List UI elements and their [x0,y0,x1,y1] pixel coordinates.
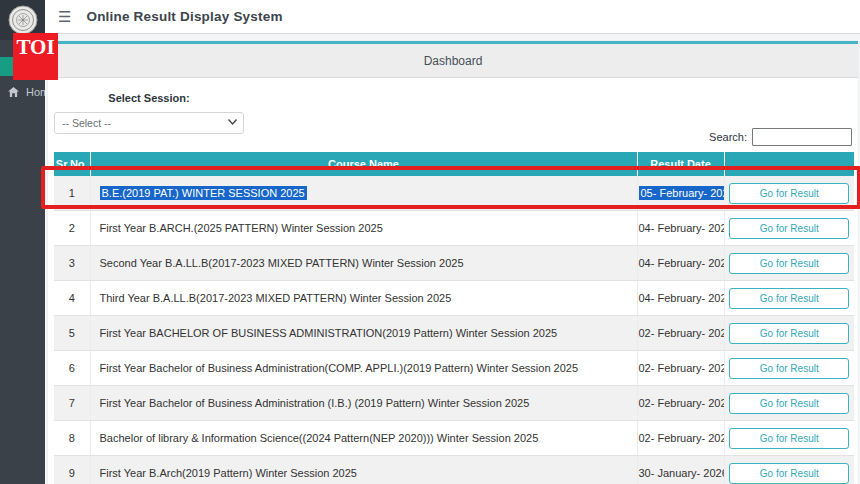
home-icon [8,87,19,97]
table-row: 1B.E.(2019 PAT.) WINTER SESSION 202505- … [54,176,854,211]
cell-action: Go for Result [724,421,854,456]
cell-course-name: Third Year B.A.LL.B(2017-2023 MIXED PATT… [90,281,637,316]
column-header-srno: Sr.No. [54,152,90,176]
result-date-text: 02- February- 2026 [639,432,725,444]
hamburger-menu-icon[interactable]: ☰ [58,9,71,24]
result-date-text: 02- February- 2026 [639,397,725,409]
sidebar-item-home[interactable]: Home [0,82,45,102]
cell-sr-no: 5 [54,316,90,351]
university-logo [0,0,45,40]
cell-result-date: 02- February- 2026 [637,351,724,386]
go-for-result-button[interactable]: Go for Result [729,428,849,449]
column-header-action [724,152,854,176]
course-name-text: First Year B.Arch(2019 Pattern) Winter S… [100,467,357,479]
result-date-text: 02- February- 2026 [639,362,725,374]
cell-sr-no: 6 [54,351,90,386]
top-navbar: ☰ Online Result Display System [45,0,860,34]
dashboard-card: Dashboard Select Session: -- Select -- S… [48,41,858,484]
cell-sr-no: 7 [54,386,90,421]
cell-course-name: Bachelor of library & Information Scienc… [90,421,637,456]
table-row: 9First Year B.Arch(2019 Pattern) Winter … [54,456,854,484]
table-row: 3Second Year B.A.LL.B(2017-2023 MIXED PA… [54,246,854,281]
course-name-text: Third Year B.A.LL.B(2017-2023 MIXED PATT… [100,292,452,304]
cell-sr-no: 4 [54,281,90,316]
cell-course-name: First Year Bachelor of Business Administ… [90,351,637,386]
result-date-text: 05- February- 2026 [639,186,725,200]
cell-sr-no: 8 [54,421,90,456]
cell-course-name: First Year BACHELOR OF BUSINESS ADMINIST… [90,316,637,351]
course-name-text: First Year Bachelor of Business Administ… [100,397,530,409]
cell-result-date: 04- February- 2026 [637,281,724,316]
course-name-text: First Year B.ARCH.(2025 PATTERN) Winter … [100,222,383,234]
table-row: 6First Year Bachelor of Business Adminis… [54,351,854,386]
table-row: 4Third Year B.A.LL.B(2017-2023 MIXED PAT… [54,281,854,316]
go-for-result-button[interactable]: Go for Result [729,463,849,484]
go-for-result-button[interactable]: Go for Result [729,183,849,204]
cell-course-name: First Year B.Arch(2019 Pattern) Winter S… [90,456,637,484]
table-row: 8Bachelor of library & Information Scien… [54,421,854,456]
cell-sr-no: 9 [54,456,90,484]
cell-course-name: B.E.(2019 PAT.) WINTER SESSION 2025 [90,176,637,211]
cell-result-date: 05- February- 2026 [637,176,724,211]
go-for-result-button[interactable]: Go for Result [729,253,849,274]
cell-action: Go for Result [724,211,854,246]
table-row: 5First Year BACHELOR OF BUSINESS ADMINIS… [54,316,854,351]
cell-action: Go for Result [724,386,854,421]
card-header: Dashboard [48,44,858,78]
cell-course-name: First Year Bachelor of Business Administ… [90,386,637,421]
course-name-text: Second Year B.A.LL.B(2017-2023 MIXED PAT… [100,257,464,269]
course-name-text: B.E.(2019 PAT.) WINTER SESSION 2025 [100,186,307,200]
cell-sr-no: 3 [54,246,90,281]
cell-action: Go for Result [724,281,854,316]
cell-course-name: Second Year B.A.LL.B(2017-2023 MIXED PAT… [90,246,637,281]
app-title: Online Result Display System [86,9,282,24]
result-date-text: 30- January- 2026 [639,467,725,479]
course-name-text: First Year Bachelor of Business Administ… [100,362,579,374]
university-seal-icon [8,5,38,35]
sidebar: Home [0,0,45,484]
cell-action: Go for Result [724,456,854,484]
card-body: Select Session: -- Select -- Search: [48,78,858,484]
cell-action: Go for Result [724,351,854,386]
cell-result-date: 04- February- 2026 [637,211,724,246]
course-name-text: First Year BACHELOR OF BUSINESS ADMINIST… [100,327,558,339]
cell-result-date: 30- January- 2026 [637,456,724,484]
results-table-head: Sr.No. Course Name Result Date [54,152,854,176]
go-for-result-button[interactable]: Go for Result [729,323,849,344]
table-row: 7First Year Bachelor of Business Adminis… [54,386,854,421]
cell-result-date: 02- February- 2026 [637,316,724,351]
results-table-body: 1B.E.(2019 PAT.) WINTER SESSION 202505- … [54,176,854,484]
result-date-text: 04- February- 2026 [639,292,725,304]
session-select-wrap: -- Select -- [54,112,244,134]
cell-result-date: 02- February- 2026 [637,421,724,456]
results-table: Sr.No. Course Name Result Date 1B.E.(201… [54,152,854,484]
cell-result-date: 02- February- 2026 [637,386,724,421]
go-for-result-button[interactable]: Go for Result [729,358,849,379]
page-title: Dashboard [424,54,483,68]
cell-action: Go for Result [724,176,854,211]
result-date-text: 02- February- 2026 [639,327,725,339]
go-for-result-button[interactable]: Go for Result [729,393,849,414]
cell-result-date: 04- February- 2026 [637,246,724,281]
cell-course-name: First Year B.ARCH.(2025 PATTERN) Winter … [90,211,637,246]
cell-sr-no: 1 [54,176,90,211]
session-select[interactable]: -- Select -- [54,112,244,134]
column-header-course-name: Course Name [90,152,637,176]
table-row: 2First Year B.ARCH.(2025 PATTERN) Winter… [54,211,854,246]
result-date-text: 04- February- 2026 [639,257,725,269]
main-content: Dashboard Select Session: -- Select -- S… [45,34,860,484]
cell-sr-no: 2 [54,211,90,246]
go-for-result-button[interactable]: Go for Result [729,218,849,239]
go-for-result-button[interactable]: Go for Result [729,288,849,309]
cell-action: Go for Result [724,316,854,351]
course-name-text: Bachelor of library & Information Scienc… [100,432,539,444]
result-date-text: 04- February- 2026 [639,222,725,234]
sidebar-accent-chip [0,57,13,76]
search-input[interactable] [752,128,852,146]
select-session-label: Select Session: [54,92,244,104]
sidebar-item-label: Home [26,86,45,98]
search-label: Search: [709,131,747,143]
cell-action: Go for Result [724,246,854,281]
column-header-result-date: Result Date [637,152,724,176]
